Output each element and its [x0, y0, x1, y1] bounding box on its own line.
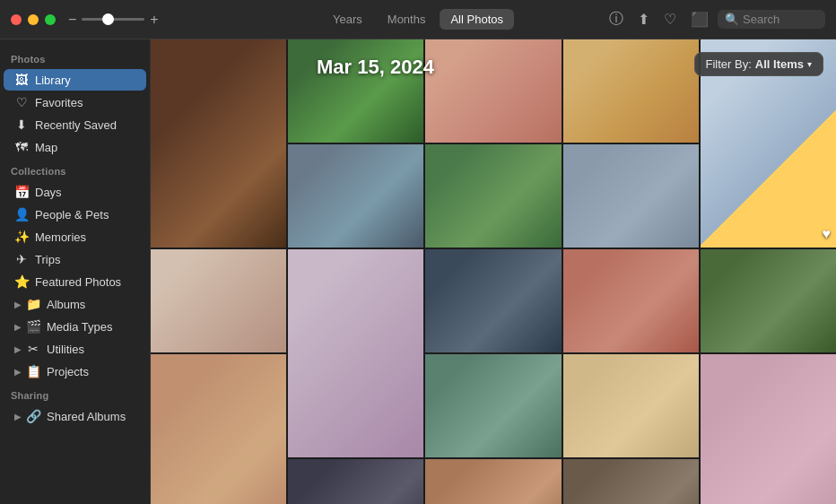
- photos-section-label: Photos: [0, 47, 150, 68]
- photo-cell[interactable]: [425, 354, 561, 457]
- utilities-icon: ✂: [26, 342, 40, 356]
- toolbar-icons: ⓘ ⬆ ♡ ⬛ 🔍: [604, 6, 825, 32]
- months-view-button[interactable]: Months: [377, 9, 437, 30]
- chevron-right-icon: ▶: [14, 367, 22, 377]
- sidebar-item-projects[interactable]: ▶ 📋 Projects: [4, 361, 146, 382]
- photo-cell[interactable]: [425, 249, 561, 352]
- photo-grid: ♥: [151, 39, 836, 504]
- photo-cell[interactable]: [288, 249, 423, 457]
- sidebar-item-label: Memories: [35, 230, 86, 244]
- heart-icon: ♡: [14, 95, 29, 109]
- filter-label: Filter By:: [706, 57, 752, 71]
- sidebar-item-label: Shared Albums: [47, 410, 126, 423]
- photo-cell[interactable]: [563, 354, 699, 457]
- photo-cell[interactable]: [563, 249, 699, 352]
- sidebar-item-utilities[interactable]: ▶ ✂ Utilities: [4, 338, 146, 360]
- sidebar-item-label: Library: [35, 74, 71, 87]
- view-switcher: Years Months All Photos: [322, 9, 514, 30]
- sidebar-item-people-pets[interactable]: 👤 People & Pets: [4, 204, 146, 225]
- featured-icon: ⭐: [14, 274, 29, 289]
- zoom-in-button[interactable]: +: [148, 12, 160, 28]
- info-button[interactable]: ⓘ: [604, 6, 629, 32]
- sidebar-item-favorites[interactable]: ♡ Favorites: [4, 91, 146, 113]
- photo-cell[interactable]: [151, 249, 286, 352]
- photo-cell[interactable]: [563, 39, 699, 143]
- years-view-button[interactable]: Years: [322, 9, 373, 30]
- traffic-lights: [11, 14, 56, 25]
- sidebar-item-label: People & Pets: [35, 208, 109, 222]
- sidebar-item-label: Projects: [47, 365, 89, 378]
- photo-cell[interactable]: [151, 39, 286, 248]
- all-photos-view-button[interactable]: All Photos: [440, 9, 514, 30]
- sidebar-item-media-types[interactable]: ▶ 🎬 Media Types: [4, 316, 146, 337]
- sidebar-item-label: Map: [35, 141, 57, 154]
- fullscreen-button[interactable]: [45, 14, 56, 25]
- zoom-out-button[interactable]: −: [66, 12, 78, 28]
- photo-cell[interactable]: [701, 354, 836, 504]
- sidebar-item-memories[interactable]: ✨ Memories: [4, 226, 146, 248]
- photo-cell[interactable]: [151, 354, 286, 504]
- close-button[interactable]: [11, 14, 22, 25]
- collections-section-label: Collections: [0, 159, 150, 180]
- photo-cell[interactable]: [701, 249, 836, 352]
- sidebar-item-label: Featured Photos: [35, 275, 121, 289]
- sidebar-item-featured-photos[interactable]: ⭐ Featured Photos: [4, 271, 146, 292]
- calendar-icon: 📅: [14, 185, 29, 199]
- photo-cell[interactable]: [425, 39, 561, 143]
- sidebar-item-label: Trips: [35, 253, 60, 266]
- library-icon: 🖼: [14, 73, 29, 87]
- zoom-slider[interactable]: [82, 18, 144, 21]
- shared-albums-icon: 🔗: [26, 409, 40, 423]
- photo-cell[interactable]: [563, 459, 699, 504]
- heart-badge: ♥: [822, 226, 831, 242]
- sidebar-item-map[interactable]: 🗺 Map: [4, 136, 146, 158]
- filter-value: All Items: [755, 57, 804, 71]
- sidebar-item-shared-albums[interactable]: ▶ 🔗 Shared Albums: [4, 405, 146, 427]
- sidebar-item-albums[interactable]: ▶ 📁 Albums: [4, 293, 146, 315]
- sidebar-item-recently-saved[interactable]: ⬇ Recently Saved: [4, 114, 146, 135]
- map-icon: 🗺: [14, 140, 29, 154]
- media-types-icon: 🎬: [26, 319, 40, 334]
- sharing-section-label: Sharing: [0, 383, 150, 404]
- search-icon: 🔍: [725, 13, 739, 26]
- sidebar-item-label: Albums: [47, 298, 85, 311]
- main-layout: Photos 🖼 Library ♡ Favorites ⬇ Recently …: [0, 39, 836, 504]
- zoom-control: − +: [66, 12, 161, 28]
- chevron-down-icon: ▾: [807, 59, 812, 69]
- share-button[interactable]: ⬆: [632, 7, 655, 31]
- albums-icon: 📁: [26, 297, 40, 311]
- photo-cell[interactable]: [288, 144, 423, 248]
- photo-cell[interactable]: [425, 144, 561, 248]
- projects-icon: 📋: [26, 364, 40, 378]
- import-button[interactable]: ⬛: [685, 7, 714, 31]
- chevron-right-icon: ▶: [14, 322, 22, 332]
- sidebar-item-label: Days: [35, 186, 62, 199]
- sidebar-item-label: Recently Saved: [35, 118, 117, 132]
- favorite-button[interactable]: ♡: [658, 7, 682, 31]
- search-input[interactable]: [743, 13, 814, 26]
- sidebar-item-label: Utilities: [47, 343, 84, 356]
- trips-icon: ✈: [14, 252, 29, 266]
- search-box: 🔍: [718, 10, 825, 29]
- title-bar: − + Years Months All Photos ⓘ ⬆ ♡ ⬛ 🔍: [0, 0, 836, 39]
- sidebar-item-trips[interactable]: ✈ Trips: [4, 248, 146, 270]
- photo-grid-container[interactable]: Mar 15, 2024 Filter By: All Items ▾ ♥: [151, 39, 836, 504]
- memories-icon: ✨: [14, 230, 29, 244]
- filter-button[interactable]: Filter By: All Items ▾: [694, 52, 823, 76]
- photo-cell[interactable]: [563, 144, 699, 248]
- photo-cell[interactable]: [425, 459, 561, 504]
- sidebar-item-days[interactable]: 📅 Days: [4, 181, 146, 203]
- photo-cell[interactable]: [288, 459, 423, 504]
- download-icon: ⬇: [14, 117, 29, 132]
- chevron-right-icon: ▶: [14, 300, 22, 309]
- sidebar: Photos 🖼 Library ♡ Favorites ⬇ Recently …: [0, 39, 151, 504]
- chevron-right-icon: ▶: [14, 344, 22, 354]
- sidebar-item-label: Media Types: [47, 320, 112, 334]
- people-icon: 👤: [14, 207, 29, 222]
- sidebar-item-label: Favorites: [35, 96, 83, 109]
- minimize-button[interactable]: [28, 14, 39, 25]
- sidebar-item-library[interactable]: 🖼 Library: [4, 69, 146, 91]
- chevron-right-icon: ▶: [14, 412, 22, 421]
- photo-cell[interactable]: [288, 39, 423, 143]
